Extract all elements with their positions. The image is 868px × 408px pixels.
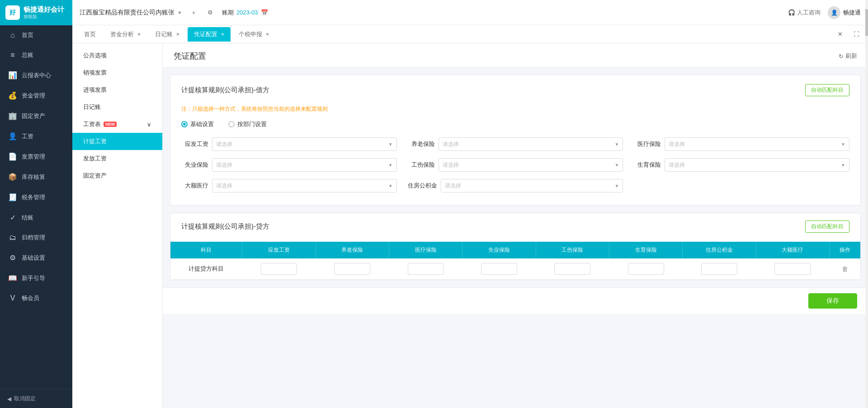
menu-item-purchase-invoice[interactable]: 进项发票 bbox=[72, 81, 162, 98]
col-action: 操作 bbox=[829, 242, 860, 258]
calendar-icon: 📅 bbox=[261, 9, 268, 16]
input-large-medical[interactable] bbox=[774, 263, 811, 275]
radio-basic[interactable]: 基础设置 bbox=[181, 120, 214, 128]
radio-dept-circle bbox=[228, 121, 235, 127]
expand-button[interactable]: ⛶ bbox=[850, 28, 863, 41]
close-fund-analysis-tab[interactable]: × bbox=[137, 31, 141, 38]
page-title: 凭证配置 bbox=[174, 51, 206, 61]
menu-item-payroll-table[interactable]: 工资表 NEW ∨ bbox=[72, 116, 162, 133]
sidebar-item-guide[interactable]: 📖 新手引导 bbox=[0, 268, 72, 288]
input-housing-fund[interactable] bbox=[701, 263, 737, 275]
add-button[interactable]: ＋ bbox=[188, 6, 200, 19]
sidebar-item-member[interactable]: V 畅会员 bbox=[0, 288, 72, 308]
debit-form-grid: 应发工资 请选择 ▼ 养老保险 请选择 ▼ 医疗 bbox=[181, 137, 849, 192]
tabs-bar: 首页 资金分析 × 日记账 × 凭证配置 × 个税申报 × ✕ ⛶ bbox=[72, 25, 868, 43]
work-injury-select[interactable]: 请选择 ▼ bbox=[439, 158, 623, 172]
sidebar-item-reports[interactable]: 📊 云报表中心 bbox=[0, 65, 72, 85]
dropdown-arrow-icon: ▼ bbox=[841, 163, 845, 168]
headset-icon: 🎧 bbox=[788, 9, 795, 16]
input-work-injury[interactable] bbox=[554, 263, 590, 275]
header-row: 科目 应发工资 养老保险 医疗保险 失业保险 工伤保险 生育保险 住房公积金 大… bbox=[170, 242, 860, 258]
large-medical-select[interactable]: 请选择 ▼ bbox=[212, 179, 397, 192]
sidebar-item-close[interactable]: ✓ 结账 bbox=[0, 207, 72, 228]
sidebar-item-invoice[interactable]: 📄 发票管理 bbox=[0, 146, 72, 167]
refresh-button[interactable]: ↻ 刷新 bbox=[839, 52, 857, 60]
settings-button[interactable]: ⚙ bbox=[204, 6, 217, 19]
credit-table-header: 科目 应发工资 养老保险 医疗保险 失业保险 工伤保险 生育保险 住房公积金 大… bbox=[170, 242, 860, 258]
close-window-button[interactable]: ✕ bbox=[834, 28, 846, 41]
input-gross-salary[interactable] bbox=[261, 263, 297, 275]
col-large-medical: 大额医疗 bbox=[756, 242, 829, 258]
tab-tax-filing[interactable]: 个税申报 × bbox=[232, 27, 275, 42]
menu-item-accrual-salary[interactable]: 计提工资 bbox=[72, 133, 162, 150]
unemployment-select[interactable]: 请选择 ▼ bbox=[212, 158, 397, 172]
main-area: 江西服宝精品有限责任公司内账张 ▼ ＋ ⚙ 账期 2023-03 📅 🎧 人工咨… bbox=[72, 0, 868, 408]
menu-item-sales-invoice[interactable]: 销项发票 bbox=[72, 64, 162, 81]
tab-voucher-config[interactable]: 凭证配置 × bbox=[188, 27, 231, 42]
sidebar-item-ledger[interactable]: ≡ 总账 bbox=[0, 45, 72, 65]
delete-row-button[interactable]: 🗑 bbox=[842, 265, 848, 272]
gross-salary-select[interactable]: 请选择 ▼ bbox=[212, 137, 397, 151]
menu-item-public[interactable]: 公共选项 bbox=[72, 47, 162, 64]
field-maternity: 生育保险 请选择 ▼ bbox=[634, 158, 849, 172]
sidebar-item-archive[interactable]: 🗂 归档管理 bbox=[0, 228, 72, 248]
cell-housing-fund bbox=[683, 258, 756, 280]
input-pension[interactable] bbox=[334, 263, 370, 275]
save-button[interactable]: 保存 bbox=[808, 293, 857, 309]
bottom-bar: 保存 bbox=[163, 287, 868, 314]
menu-item-pay-salary[interactable]: 发放工资 bbox=[72, 150, 162, 167]
user-icon: 👤 bbox=[831, 9, 838, 16]
company-selector[interactable]: 江西服宝精品有限责任公司内账张 ▼ bbox=[80, 9, 182, 17]
pension-label: 养老保险 bbox=[408, 140, 435, 148]
menu-item-journal[interactable]: 日记账 bbox=[72, 98, 162, 116]
period-selector[interactable]: 账期 2023-03 📅 bbox=[222, 9, 268, 17]
support-button[interactable]: 🎧 人工咨询 bbox=[788, 9, 821, 17]
assets-icon: 🏢 bbox=[8, 112, 17, 120]
menu-item-fixed-assets[interactable]: 固定资产 bbox=[72, 167, 162, 184]
input-medical[interactable] bbox=[408, 263, 444, 275]
credit-table-container: 科目 应发工资 养老保险 医疗保险 失业保险 工伤保险 生育保险 住房公积金 大… bbox=[170, 242, 860, 280]
col-pension: 养老保险 bbox=[316, 242, 389, 258]
col-subject: 科目 bbox=[170, 242, 242, 258]
tabs-bar-controls: ✕ ⛶ bbox=[834, 28, 863, 41]
col-maternity: 生育保险 bbox=[609, 242, 683, 258]
topbar: 江西服宝精品有限责任公司内账张 ▼ ＋ ⚙ 账期 2023-03 📅 🎧 人工咨… bbox=[72, 0, 868, 25]
tax-icon: 🧾 bbox=[8, 193, 17, 202]
invoice-icon: 📄 bbox=[8, 152, 17, 161]
input-unemployment[interactable] bbox=[481, 263, 517, 275]
sidebar-item-fund[interactable]: 💰 资金管理 bbox=[0, 85, 72, 106]
tab-journal[interactable]: 日记账 × bbox=[149, 27, 186, 42]
settings-icon: ⚙ bbox=[8, 253, 17, 262]
debit-section-note: 注：只能选择一种方式，系统将按照您当前的选择来配置规则 bbox=[181, 105, 849, 113]
close-voucher-config-tab[interactable]: × bbox=[221, 31, 224, 38]
housing-fund-select[interactable]: 请选择 ▼ bbox=[441, 179, 623, 192]
left-menu: 公共选项 销项发票 进项发票 日记账 工资表 NEW ∨ 计提工资 bbox=[72, 43, 163, 408]
field-large-medical: 大额医疗 请选择 ▼ bbox=[181, 179, 397, 192]
debit-section-title: 计提核算规则(公司承担)-借方 bbox=[181, 86, 269, 94]
unpin-button[interactable]: ◀ 取消固定 bbox=[0, 389, 72, 408]
sidebar-item-assets[interactable]: 🏢 固定资产 bbox=[0, 106, 72, 126]
pension-select[interactable]: 请选择 ▼ bbox=[439, 137, 623, 151]
scrollbar-track[interactable] bbox=[865, 43, 868, 408]
debit-auto-match-button[interactable]: 自动匹配科目 bbox=[805, 84, 849, 96]
sidebar-item-home[interactable]: ⌂ 首页 bbox=[0, 25, 72, 45]
sidebar-item-inventory[interactable]: 📦 库存核算 bbox=[0, 167, 72, 187]
housing-fund-label: 住房公积金 bbox=[408, 182, 437, 190]
maternity-select[interactable]: 请选择 ▼ bbox=[665, 158, 849, 172]
sidebar-item-settings[interactable]: ⚙ 基础设置 bbox=[0, 248, 72, 268]
ledger-icon: ≡ bbox=[8, 51, 17, 59]
credit-auto-match-button[interactable]: 自动匹配科目 bbox=[805, 220, 849, 233]
tab-fund-analysis[interactable]: 资金分析 × bbox=[104, 27, 147, 42]
unemployment-label: 失业保险 bbox=[181, 161, 208, 169]
sidebar-item-salary[interactable]: 👤 工资 bbox=[0, 126, 72, 146]
user-menu[interactable]: 👤 畅捷通 bbox=[828, 6, 861, 19]
sidebar-item-tax[interactable]: 🧾 税务管理 bbox=[0, 187, 72, 207]
tab-home[interactable]: 首页 bbox=[78, 27, 102, 42]
input-maternity[interactable] bbox=[628, 263, 664, 275]
medical-select[interactable]: 请选择 ▼ bbox=[665, 137, 849, 151]
cell-gross bbox=[242, 258, 316, 280]
radio-by-dept[interactable]: 按部门设置 bbox=[228, 120, 267, 128]
logo[interactable]: 好 畅捷通好会计 旗舰版 bbox=[0, 0, 72, 25]
close-journal-tab[interactable]: × bbox=[176, 31, 179, 38]
close-tax-filing-tab[interactable]: × bbox=[266, 31, 269, 38]
